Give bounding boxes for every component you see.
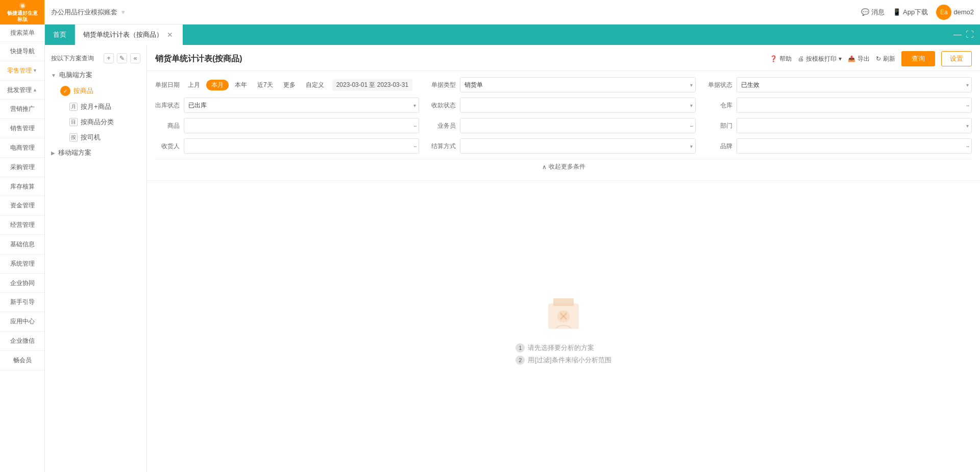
user-menu[interactable]: Ea demo2 xyxy=(936,5,974,20)
refresh-btn[interactable]: ↻ 刷新 xyxy=(876,55,895,63)
empty-tip-2: 2 用[过滤]条件来缩小分析范围 xyxy=(516,356,611,365)
date-tab-custom[interactable]: 自定义 xyxy=(302,80,328,90)
goods-label: 商品 xyxy=(155,122,184,130)
date-filter: 单据日期 上月 本月 本年 近7天 更多 自定义 2023-03-01 至 20… xyxy=(155,79,419,91)
tree-item-by-goods[interactable]: ✓ 按商品 xyxy=(45,83,146,99)
sidebar-item-sales[interactable]: 销售管理 xyxy=(0,119,44,138)
tree-desktop-group[interactable]: ▼ 电脑端方案 xyxy=(45,67,146,83)
tree-mobile-group[interactable]: ▶ 移动端方案 xyxy=(45,145,146,160)
sidebar-item-quick-nav[interactable]: 快捷导航 xyxy=(0,42,44,61)
payment-status-input[interactable] xyxy=(460,98,695,113)
industry-label: 办公用品行业模拟账套 xyxy=(51,8,117,17)
tab-report[interactable]: 销货单统计计表（按商品） ✕ xyxy=(75,25,183,45)
staff-input[interactable] xyxy=(460,118,695,133)
panel-header: 按以下方案查询 + ✎ « xyxy=(45,51,146,67)
sidebar-item-member[interactable]: 畅会员 xyxy=(0,351,44,370)
sidebar-item-enterprise[interactable]: 企业协同 xyxy=(0,274,44,293)
add-scheme-btn[interactable]: + xyxy=(104,53,114,63)
print-btn[interactable]: 🖨 按模板打印 ▾ xyxy=(798,55,842,63)
collapse-label: 收起更多条件 xyxy=(549,162,585,171)
help-btn[interactable]: ❓ 帮助 xyxy=(770,55,792,63)
date-tab-last-month[interactable]: 上月 xyxy=(184,80,204,90)
date-tab-this-month[interactable]: 本月 xyxy=(206,80,229,90)
brand-filter: 品牌 ··· xyxy=(708,138,972,154)
settings-button[interactable]: 设置 xyxy=(941,51,972,66)
settlement-input[interactable] xyxy=(460,138,695,154)
message-btn[interactable]: 💬 消息 xyxy=(861,8,885,17)
doc-type-input[interactable] xyxy=(460,77,695,92)
tab-minimize-btn[interactable]: — xyxy=(953,30,962,39)
tab-close-btn[interactable]: ✕ xyxy=(166,31,174,39)
sidebar-item-newbie[interactable]: 新手引导 xyxy=(0,293,44,312)
sidebar-item-apps[interactable]: 应用中心 xyxy=(0,312,44,332)
tree-item-month-label: 按月+商品 xyxy=(81,102,111,111)
date-tabs: 上月 本月 本年 近7天 更多 自定义 xyxy=(184,80,328,90)
tree-item-category-label: 按商品分类 xyxy=(81,117,114,127)
sidebar-search-item[interactable]: 搜索菜单 xyxy=(0,25,44,42)
empty-tip-1: 1 请先选择要分析的方案 xyxy=(516,343,611,352)
title-actions: ❓ 帮助 🖨 按模板打印 ▾ 📤 导出 ↻ 刷新 xyxy=(770,51,972,66)
doc-status-control: ▾ xyxy=(737,77,972,92)
date-tab-7days[interactable]: 近7天 xyxy=(253,80,277,90)
logo-icon: 畅 xyxy=(15,2,30,9)
empty-state: 1 请先选择要分析的方案 2 用[过滤]条件来缩小分析范围 xyxy=(147,181,980,472)
tree-item-driver-label: 按司机 xyxy=(81,133,101,142)
panel-header-left: 按以下方案查询 xyxy=(51,54,94,63)
collapse-row[interactable]: ∧ 收起更多条件 xyxy=(155,159,972,174)
main-area: 办公用品行业模拟账套 ▾ 💬 消息 📱 App下载 Ea demo2 首页 xyxy=(45,0,980,472)
message-icon: 💬 xyxy=(861,8,869,16)
doc-type-control: ▾ xyxy=(460,77,695,92)
app-download-btn[interactable]: 📱 App下载 xyxy=(893,8,928,17)
sidebar-item-system[interactable]: 系统管理 xyxy=(0,254,44,274)
logo-area: 畅 畅捷通好生意 标版 xyxy=(0,0,44,25)
goods-input[interactable] xyxy=(184,118,419,133)
dept-input[interactable] xyxy=(737,118,972,133)
tab-maximize-btn[interactable]: ⛶ xyxy=(966,30,974,39)
brand-input[interactable] xyxy=(737,138,972,154)
sidebar-item-purchase[interactable]: 采购管理 xyxy=(0,158,44,177)
tree-item-category-icon: 目 xyxy=(69,118,78,126)
export-btn[interactable]: 📤 导出 xyxy=(848,55,870,63)
query-button[interactable]: 查询 xyxy=(901,51,935,66)
date-tab-more[interactable]: 更多 xyxy=(279,80,300,90)
warehouse-input[interactable] xyxy=(737,98,972,113)
panel-header-icons: + ✎ « xyxy=(104,53,140,63)
print-icon: 🖨 xyxy=(798,55,804,62)
tab-actions: — ⛶ xyxy=(947,25,980,45)
edit-scheme-btn[interactable]: ✎ xyxy=(117,53,127,63)
right-panel: 销货单统计计表(按商品) ❓ 帮助 🖨 按模板打印 ▾ 📤 导出 xyxy=(147,45,980,472)
sidebar-item-marketing[interactable]: 营销推广 xyxy=(0,100,44,119)
sidebar-item-wholesale[interactable]: 批发管理 ▲ xyxy=(0,81,44,100)
warehouse-status-input[interactable] xyxy=(184,98,419,113)
sidebar-item-retail[interactable]: 零售管理 ▼ xyxy=(0,61,44,81)
svg-rect-3 xyxy=(553,298,574,306)
tree-item-category[interactable]: 目 按商品分类 xyxy=(45,114,146,130)
sidebar-item-finance[interactable]: 资金管理 xyxy=(0,196,44,216)
tree-mobile-label: 移动端方案 xyxy=(58,148,91,157)
tree-item-month-goods[interactable]: 月 按月+商品 xyxy=(45,99,146,114)
empty-tips: 1 请先选择要分析的方案 2 用[过滤]条件来缩小分析范围 xyxy=(516,343,611,365)
filter-row-4: 收货人 ··· 结算方式 ▾ xyxy=(155,138,972,154)
page-title-bar: 销货单统计计表(按商品) ❓ 帮助 🖨 按模板打印 ▾ 📤 导出 xyxy=(147,45,980,71)
tab-home[interactable]: 首页 xyxy=(45,25,75,45)
filter-row-3: 商品 ··· 业务员 ··· xyxy=(155,118,972,133)
sidebar-item-basic[interactable]: 基础信息 xyxy=(0,235,44,254)
sidebar-item-inventory[interactable]: 库存核算 xyxy=(0,177,44,197)
recipient-input[interactable] xyxy=(184,138,419,154)
sidebar-item-ecommerce[interactable]: 电商管理 xyxy=(0,138,44,158)
sidebar-item-operations[interactable]: 经营管理 xyxy=(0,216,44,235)
tree-item-driver[interactable]: 按 按司机 xyxy=(45,130,146,145)
date-tab-this-year[interactable]: 本年 xyxy=(231,80,251,90)
warehouse-label: 仓库 xyxy=(708,101,737,110)
tree-item-goods-label: 按商品 xyxy=(74,86,93,96)
doc-status-input[interactable] xyxy=(737,77,972,92)
date-filter-label: 单据日期 xyxy=(155,81,184,89)
filter-area: 单据日期 上月 本月 本年 近7天 更多 自定义 2023-03-01 至 20… xyxy=(147,71,980,181)
settlement-control: ▾ xyxy=(460,138,695,154)
recipient-filter: 收货人 ··· xyxy=(155,138,419,154)
refresh-icon: ↻ xyxy=(876,55,881,62)
sidebar-item-weapp[interactable]: 企业微信 xyxy=(0,332,44,351)
warehouse-control: ··· xyxy=(737,98,972,113)
collapse-panel-btn[interactable]: « xyxy=(130,53,140,63)
tab-spacer xyxy=(183,25,947,45)
